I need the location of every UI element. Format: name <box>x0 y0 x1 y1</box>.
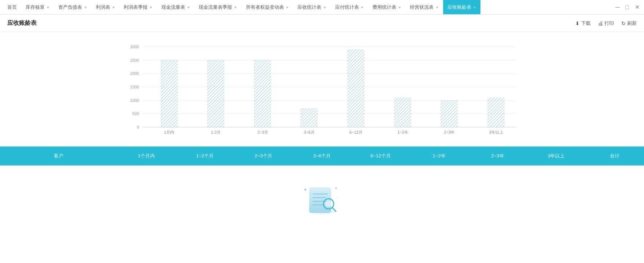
tab-equity-close[interactable]: × <box>286 5 288 9</box>
table-header-3year-plus: 3年以上 <box>527 153 585 159</box>
tab-profit-quarterly[interactable]: 利润表季报 × <box>119 0 157 15</box>
main-content: 3000 2500 2000 1500 1000 500 0 1月内 1-2月 <box>0 32 644 263</box>
tab-bar: 首页 库存核算 × 资产负债表 × 利润表 × 利润表季报 × 现金流量表 × … <box>0 0 644 15</box>
download-icon: ⬇ <box>575 20 580 26</box>
tab-balance-sheet-close[interactable]: × <box>84 5 86 9</box>
tab-inventory-close[interactable]: × <box>47 5 49 9</box>
tab-balance-sheet[interactable]: 资产负债表 × <box>54 0 91 15</box>
print-button[interactable]: 🖨 打印 <box>598 20 614 27</box>
svg-text:3000: 3000 <box>130 45 139 49</box>
table-header-2-3year: 2~3年 <box>468 153 527 159</box>
svg-text:1500: 1500 <box>130 85 139 89</box>
svg-text:3~6月: 3~6月 <box>304 130 315 134</box>
bar-1-2月 <box>207 60 224 127</box>
bar-3年以上 <box>488 98 504 127</box>
chart-area: 3000 2500 2000 1500 1000 500 0 1月内 1-2月 <box>0 32 644 146</box>
tab-profit-loss-label: 利润表 <box>96 4 110 11</box>
svg-text:500: 500 <box>132 111 139 116</box>
svg-text:0: 0 <box>137 125 139 129</box>
tab-cashflow-quarterly-label: 现金流量表季报 <box>199 4 232 11</box>
tab-equity-label: 所有者权益变动表 <box>246 4 284 11</box>
svg-text:3年以上: 3年以上 <box>489 130 503 134</box>
table-header-customer: 客户 <box>0 153 117 159</box>
page-header: 应收账龄表 ⬇ 下载 🖨 打印 ↻ 刷新 <box>0 15 644 32</box>
svg-text:1~2年: 1~2年 <box>397 130 408 134</box>
svg-text:2~3年: 2~3年 <box>444 130 455 134</box>
header-actions: ⬇ 下载 🖨 打印 ↻ 刷新 <box>575 20 637 27</box>
tab-operation-close[interactable]: × <box>436 5 438 9</box>
tab-cashflow[interactable]: 现金流量表 × <box>157 0 194 15</box>
svg-text:1月内: 1月内 <box>164 130 174 134</box>
table-header: 客户 1个月内 1~2个月 2~3个月 3~6个月 6~12个月 1~2年 2~… <box>0 146 644 165</box>
tab-profit-loss-close[interactable]: × <box>112 5 115 9</box>
svg-text:1000: 1000 <box>130 98 139 103</box>
tab-profit-quarterly-label: 利润表季报 <box>124 4 147 11</box>
bar-1-2年 <box>394 98 411 127</box>
tab-ap-stats-close[interactable]: × <box>361 5 363 9</box>
tab-ar-stats-label: 应收统计表 <box>297 4 321 11</box>
tab-cashflow-close[interactable]: × <box>187 5 190 9</box>
empty-state-icon: ✦ ✦ • <box>300 180 344 220</box>
empty-state: ✦ ✦ • <box>0 165 644 263</box>
svg-text:✦: ✦ <box>304 188 307 192</box>
tab-ap-stats-label: 应付统计表 <box>335 4 359 11</box>
table-header-3-6month: 3~6个月 <box>293 153 351 159</box>
refresh-button[interactable]: ↻ 刷新 <box>621 20 637 27</box>
tab-profit-loss[interactable]: 利润表 × <box>91 0 119 15</box>
tab-ar-aging-label: 应收账龄表 <box>448 4 471 11</box>
tab-balance-sheet-label: 资产负债表 <box>58 4 82 11</box>
tab-ar-aging-close[interactable]: × <box>473 5 476 9</box>
tab-inventory-label: 库存核算 <box>26 4 45 11</box>
tab-operation-label: 经营状况表 <box>410 4 434 11</box>
window-maximize-btn[interactable]: □ <box>624 3 630 12</box>
table-header-2-3month: 2~3个月 <box>234 153 293 159</box>
svg-point-31 <box>325 201 332 207</box>
refresh-icon: ↻ <box>621 20 626 26</box>
tab-home[interactable]: 首页 <box>3 0 21 15</box>
window-close-btn[interactable]: ✕ <box>633 2 641 12</box>
download-button[interactable]: ⬇ 下载 <box>575 20 591 27</box>
svg-text:2~3月: 2~3月 <box>257 130 268 134</box>
svg-text:✦: ✦ <box>335 187 337 190</box>
svg-text:2000: 2000 <box>130 71 139 76</box>
window-minimize-btn[interactable]: ─ <box>614 3 621 12</box>
bar-1月内 <box>161 60 177 127</box>
tab-ap-stats[interactable]: 应付统计表 × <box>331 0 368 15</box>
table-header-1-2year: 1~2年 <box>410 153 468 159</box>
bar-2-3月 <box>254 60 271 127</box>
svg-text:•: • <box>337 197 337 199</box>
svg-text:1-2月: 1-2月 <box>211 130 221 134</box>
tab-cashflow-quarterly[interactable]: 现金流量表季报 × <box>194 0 241 15</box>
tab-profit-quarterly-close[interactable]: × <box>150 5 152 9</box>
svg-text:6~12月: 6~12月 <box>349 130 363 134</box>
download-label: 下载 <box>581 20 591 27</box>
tab-bar-actions: ─ □ ✕ <box>614 2 641 12</box>
tab-cashflow-label: 现金流量表 <box>161 4 185 11</box>
table-header-1-2month: 1~2个月 <box>176 153 234 159</box>
svg-text:2500: 2500 <box>130 58 139 62</box>
tab-equity[interactable]: 所有者权益变动表 × <box>242 0 293 15</box>
tab-ar-stats-close[interactable]: × <box>323 5 326 9</box>
bar-3-6月 <box>301 108 317 127</box>
tab-expense-stats-close[interactable]: × <box>398 5 401 9</box>
print-label: 打印 <box>604 20 614 27</box>
page-title: 应收账龄表 <box>7 19 37 27</box>
tab-expense-stats[interactable]: 费用统计表 × <box>368 0 405 15</box>
tab-expense-stats-label: 费用统计表 <box>372 4 396 11</box>
tab-inventory[interactable]: 库存核算 × <box>21 0 54 15</box>
bar-2-3年 <box>441 100 457 127</box>
table-header-total: 合计 <box>585 153 644 159</box>
home-tab-label: 首页 <box>7 4 17 11</box>
tab-ar-stats[interactable]: 应收统计表 × <box>293 0 330 15</box>
refresh-label: 刷新 <box>627 20 637 27</box>
bar-chart: 3000 2500 2000 1500 1000 500 0 1月内 1-2月 <box>15 39 629 142</box>
table-header-1month: 1个月内 <box>117 153 176 159</box>
print-icon: 🖨 <box>598 20 603 26</box>
tab-cashflow-quarterly-close[interactable]: × <box>234 5 236 9</box>
bar-6-12月 <box>348 50 364 127</box>
tab-ar-aging[interactable]: 应收账龄表 × <box>443 0 480 15</box>
table-header-6-12month: 6~12个月 <box>351 153 410 159</box>
tab-operation[interactable]: 经营状况表 × <box>405 0 443 15</box>
